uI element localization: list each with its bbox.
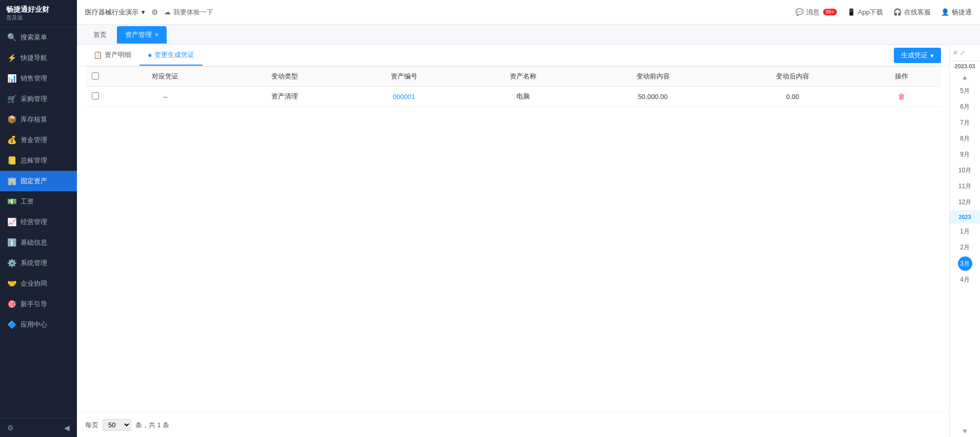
trial-label: 我要体验一下	[173, 8, 213, 17]
topbar: 医疗器械行业演示 ▾ ⚙ ☁ 我要体验一下 💬 消息 99+ 📱 App下载 🎧…	[77, 0, 980, 25]
sidebar-item-search[interactable]: 🔍 搜索菜单	[0, 27, 77, 48]
tab-close-icon[interactable]: ×	[155, 31, 158, 38]
rp-month-item[interactable]: 9月	[950, 147, 980, 163]
col-before-content: 变动前内容	[583, 67, 723, 87]
trial-action[interactable]: ☁ 我要体验一下	[164, 8, 213, 17]
rp-month-item[interactable]: 10月	[950, 163, 980, 178]
generate-voucher-button[interactable]: 生成凭证 ▾	[894, 48, 941, 63]
rp-month-item[interactable]: 2023	[950, 210, 980, 224]
panel-scroll-up[interactable]: ▲	[950, 71, 980, 83]
subtab-toolbar: 生成凭证 ▾	[894, 48, 941, 63]
rp-month-item[interactable]: 8月	[950, 131, 980, 147]
rp-month-item[interactable]: 5月	[950, 83, 980, 99]
content-main: 📋 资产明细 ● 变更生成凭证 生成凭证 ▾	[77, 45, 949, 437]
sidebar-item-cooperation[interactable]: 🤝 企业协同	[0, 273, 77, 294]
user-avatar-icon: 👤	[941, 8, 949, 16]
rp-month-item[interactable]: 12月	[950, 194, 980, 210]
table-body: -- 资产清理 000001 电脑 50,000.00 0.00 🗑	[85, 87, 941, 107]
sidebar: 畅捷通好业财 普及版 🔍 搜索菜单 ⚡ 快捷导航 📊 销售管理 🛒 采购管理 📦…	[0, 0, 77, 437]
sidebar-item-app-center[interactable]: 🔷 应用中心	[0, 314, 77, 335]
delete-button[interactable]: 🗑	[898, 92, 905, 101]
sidebar-item-ledger[interactable]: 📒 总账管理	[0, 150, 77, 171]
company-selector[interactable]: 医疗器械行业演示 ▾	[85, 8, 145, 17]
cooperation-icon: 🤝	[7, 279, 16, 288]
topbar-right: 💬 消息 99+ 📱 App下载 🎧 在线客服 👤 畅捷通	[795, 8, 972, 17]
subtab-change-voucher[interactable]: ● 变更生成凭证	[139, 45, 203, 66]
rp-month-item[interactable]: 4月	[950, 272, 980, 288]
settings-icon[interactable]: ⚙	[7, 424, 14, 432]
sidebar-item-purchase[interactable]: 🛒 采购管理	[0, 89, 77, 109]
app-download-label: App下载	[858, 8, 883, 17]
per-page-select[interactable]: 102050100	[103, 419, 131, 431]
app-download-icon: 📱	[847, 8, 855, 16]
messages-label: 消息	[806, 8, 819, 17]
tab-asset-management[interactable]: 资产管理 ×	[117, 26, 167, 44]
panel-scroll-down[interactable]: ▼	[950, 425, 980, 437]
content-area: 📋 资产明细 ● 变更生成凭证 生成凭证 ▾	[77, 45, 980, 437]
sidebar-item-fixed-assets[interactable]: 🏢 固定资产	[0, 171, 77, 191]
select-all-cell	[85, 67, 106, 87]
rp-month-item[interactable]: 6月	[950, 99, 980, 115]
messages-action[interactable]: 💬 消息 99+	[795, 8, 837, 17]
sidebar-item-finance[interactable]: 💰 资金管理	[0, 130, 77, 150]
row-checkbox-cell	[85, 87, 106, 107]
rp-month-item[interactable]: 1月	[950, 224, 980, 240]
sidebar-item-operations[interactable]: 📈 经营管理	[0, 212, 77, 232]
basic-info-icon: ℹ️	[7, 238, 16, 247]
sidebar-label-fixed-assets: 固定资产	[21, 176, 47, 186]
row-voucher: --	[106, 87, 225, 107]
sidebar-item-sales[interactable]: 📊 销售管理	[0, 68, 77, 89]
sidebar-logo: 畅捷通好业财 普及版	[0, 0, 77, 27]
app-edition: 普及版	[6, 14, 71, 22]
panel-title: 2023.03	[950, 61, 980, 71]
app-download-action[interactable]: 📱 App下载	[847, 8, 883, 17]
tab-home[interactable]: 首页	[85, 26, 115, 44]
row-asset-name: 电脑	[464, 87, 583, 107]
pagination: 每页 102050100 条，共 1 条	[77, 412, 949, 437]
table-header-row: 对应凭证 变动类型 资产编号 资产名称 变动前内容 变动后内容 操作	[85, 67, 941, 87]
col-change-type: 变动类型	[225, 67, 345, 87]
col-action: 操作	[863, 67, 941, 87]
operations-icon: 📈	[7, 217, 16, 227]
subtab-asset-list[interactable]: 📋 资产明细	[85, 45, 139, 66]
company-name: 医疗器械行业演示	[85, 8, 138, 17]
rp-month-item[interactable]: 3月	[958, 256, 972, 271]
rp-month-item[interactable]: 7月	[950, 115, 980, 131]
row-checkbox[interactable]	[92, 92, 99, 100]
sidebar-label-ledger: 总账管理	[21, 156, 47, 165]
sidebar-item-quick-nav[interactable]: ⚡ 快捷导航	[0, 48, 77, 68]
collapse-icon[interactable]: ◀	[64, 424, 70, 432]
sidebar-item-system[interactable]: ⚙️ 系统管理	[0, 253, 77, 273]
sidebar-item-guide[interactable]: 🎯 新手引导	[0, 294, 77, 314]
asset-list-icon: 📋	[93, 51, 102, 59]
sidebar-label-payroll: 工资	[21, 197, 34, 206]
online-service-action[interactable]: 🎧 在线客服	[893, 8, 931, 17]
finance-icon: 💰	[7, 135, 16, 145]
sidebar-item-payroll[interactable]: 💵 工资	[0, 191, 77, 212]
sidebar-label-finance: 资金管理	[21, 135, 47, 145]
settings-gear-icon[interactable]: ⚙	[151, 8, 158, 17]
select-all-checkbox[interactable]	[92, 72, 99, 80]
app-center-icon: 🔷	[7, 320, 16, 329]
sidebar-label-purchase: 采购管理	[21, 94, 47, 104]
sidebar-menu: 🔍 搜索菜单 ⚡ 快捷导航 📊 销售管理 🛒 采购管理 📦 库存核算 💰 资金管…	[0, 27, 77, 418]
rp-month-item[interactable]: 2月	[950, 240, 980, 255]
table-header: 对应凭证 变动类型 资产编号 资产名称 变动前内容 变动后内容 操作	[85, 67, 941, 87]
user-name: 畅捷通	[952, 8, 972, 17]
sidebar-label-search: 搜索菜单	[21, 33, 47, 42]
panel-header-icons: ✕ ⤢	[953, 49, 965, 56]
rp-month-item[interactable]: 11月	[950, 178, 980, 194]
user-action[interactable]: 👤 畅捷通	[941, 8, 972, 17]
sidebar-footer: ⚙ ◀	[0, 418, 77, 437]
trial-icon: ☁	[164, 8, 171, 16]
asset-table: 对应凭证 变动类型 资产编号 资产名称 变动前内容 变动后内容 操作 -- 资产…	[85, 66, 941, 107]
panel-close-icon[interactable]: ✕	[953, 49, 958, 56]
panel-expand-icon[interactable]: ⤢	[960, 49, 965, 56]
total-label: 条，共 1 条	[135, 421, 169, 430]
sidebar-label-app-center: 应用中心	[21, 320, 47, 329]
guide-icon: 🎯	[7, 300, 16, 309]
panel-items: 5月6月7月8月9月10月11月12月20231月2月3月4月	[950, 83, 980, 425]
sidebar-item-basic-info[interactable]: ℹ️ 基础信息	[0, 232, 77, 253]
sidebar-item-inventory[interactable]: 📦 库存核算	[0, 109, 77, 130]
generate-dropdown-icon: ▾	[930, 52, 934, 59]
